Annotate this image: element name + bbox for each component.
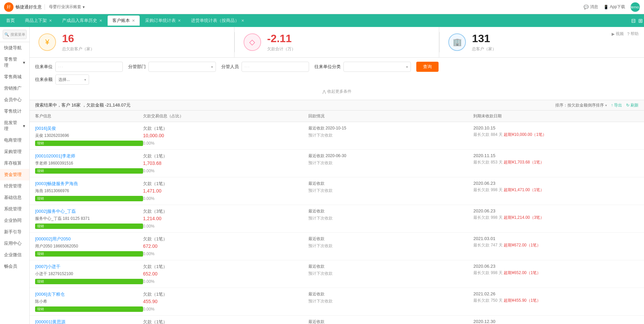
- filter-dept-select[interactable]: ▾: [148, 62, 216, 72]
- search-button[interactable]: 查询: [416, 62, 439, 72]
- due-overdue-link-1[interactable]: 超期¥1,703.68（1笔）: [504, 160, 544, 165]
- sidebar-item-inventory-accounting[interactable]: 库存核算: [0, 157, 29, 169]
- customer-tag-3: 现销: [35, 224, 143, 229]
- due-overdue-link-2[interactable]: 超期¥1,471.00（1笔）: [504, 187, 544, 192]
- debt-amount-5[interactable]: 652.00: [143, 271, 308, 276]
- tabs-maximize-icon[interactable]: ⊞: [638, 18, 643, 24]
- table-body: [0016]吴俊 吴俊 13026203696 现销 欠款（1笔） 10,000…: [30, 122, 644, 324]
- customer-meta-5: 小迸干 18279152100: [35, 271, 143, 277]
- tab-customer-account[interactable]: 客户账本 ✕: [108, 16, 140, 26]
- sort-select[interactable]: 排序：按欠款金额倒序排序 ▾: [555, 102, 607, 108]
- app-download-btn[interactable]: 📱 App下载: [604, 4, 625, 10]
- help-icon: ?: [627, 32, 629, 36]
- collection-info-0: 最近收款 2020-10-15 预计下次收款: [308, 125, 474, 138]
- debt-amount-0[interactable]: 10,000.00: [143, 133, 308, 138]
- sidebar-item-basic-info[interactable]: 基础信息: [0, 192, 29, 203]
- user-avatar[interactable]: demo2: [631, 2, 640, 12]
- video-label: 视频: [616, 31, 624, 37]
- sidebar-search-btn[interactable]: 🔍 搜索菜单: [3, 30, 27, 39]
- sidebar-item-nav[interactable]: 快捷导航: [0, 42, 29, 54]
- logo-area: 好 畅捷通好生意: [4, 2, 42, 12]
- collection-info-3: 最近收款 预计下次收款: [308, 208, 474, 221]
- customer-name-0[interactable]: [0016]吴俊: [35, 125, 143, 131]
- filter-balance-select[interactable]: 选择... ▾: [55, 75, 89, 85]
- company-selector[interactable]: 母婴行业演示账套 ▾: [45, 4, 85, 10]
- due-overdue-link-6[interactable]: 超期¥455.90（1笔）: [504, 298, 541, 303]
- due-date-1: 2020.11.15: [473, 153, 639, 158]
- customer-name-2[interactable]: [0003]畅捷服务尹海燕: [35, 181, 143, 187]
- stat-card-actions: ▶ 视频 ? 帮助: [612, 31, 639, 37]
- sidebar-item-retail-mgmt[interactable]: 零售管理 ▾: [0, 54, 29, 71]
- tab-customer-account-close-icon[interactable]: ✕: [132, 19, 135, 23]
- tab-purchase-order-close-icon[interactable]: ✕: [178, 19, 181, 23]
- tab-home[interactable]: 首页: [1, 16, 20, 26]
- refresh-btn[interactable]: ↻ 刷新: [626, 102, 639, 108]
- help-action-btn[interactable]: ? 帮助: [627, 31, 639, 37]
- customer-name-7[interactable]: [000001]黄思源: [35, 319, 143, 324]
- debt-amount-1[interactable]: 1,703.68: [143, 160, 308, 166]
- filter-unit-category-chevron-icon: ▾: [406, 65, 408, 69]
- export-btn[interactable]: ↑ 导出: [611, 102, 622, 108]
- customer-name-5[interactable]: [0007]小迸干: [35, 264, 143, 270]
- sidebar-item-enterprise-collab[interactable]: 企业协同: [0, 215, 29, 226]
- stat-info-debt-total: -2.11 欠款合计（万）: [267, 32, 296, 52]
- collection-date-1: 最近收款 2020-06-30: [308, 153, 474, 159]
- sidebar-item-enterprise-wechat[interactable]: 企业微信: [0, 249, 29, 261]
- message-btn[interactable]: 💬 消息: [584, 4, 598, 10]
- filter-unit-category-select[interactable]: ▾: [343, 62, 411, 72]
- debt-amount-2[interactable]: 1,471.00: [143, 188, 308, 194]
- sidebar-finance-mgmt-label: 资金管理: [4, 172, 22, 178]
- sidebar-item-retail-mall[interactable]: 零售商城: [0, 71, 29, 83]
- tab-inventory-stats[interactable]: 进货单统计表（按商品） ✕: [186, 16, 249, 26]
- stat-number-total-customers: 131: [472, 32, 496, 45]
- sidebar-retail-mgmt-arrow-icon: ▾: [23, 60, 25, 65]
- due-overdue-5: 最长欠款 998 天 超期¥652.00（1笔）: [473, 270, 639, 276]
- sidebar-item-retail-stats[interactable]: 零售统计: [0, 106, 29, 117]
- due-overdue-link-5[interactable]: 超期¥652.00（1笔）: [504, 270, 541, 275]
- video-action-btn[interactable]: ▶ 视频: [612, 31, 624, 37]
- collection-date-5: 最近收款: [308, 264, 474, 269]
- sidebar-item-system-mgmt[interactable]: 系统管理: [0, 203, 29, 215]
- tab-inventory-stats-close-icon[interactable]: ✕: [241, 19, 244, 23]
- customer-name-6[interactable]: [0006]去下粮仓: [35, 291, 143, 297]
- due-overdue-link-4[interactable]: 超期¥672.00（1笔）: [504, 243, 541, 247]
- building-icon-circle: 🏢: [448, 33, 466, 51]
- customer-tag-4: 现销: [35, 251, 143, 257]
- due-overdue-link-0[interactable]: 超期¥10,000.00（1笔）: [504, 132, 547, 137]
- debt-amount-6[interactable]: 455.90: [143, 299, 308, 304]
- tabs-minimize-icon[interactable]: ⊟: [631, 18, 636, 24]
- tab-production-history-close-icon[interactable]: ✕: [99, 19, 102, 23]
- collection-info-1: 最近收款 2020-06-30 预计下次收款: [308, 153, 474, 166]
- due-overdue-6: 最长欠款 750 天 超期¥455.90（1笔）: [473, 298, 639, 303]
- collection-next-5: 预计下次收款: [308, 271, 474, 276]
- customer-name-3[interactable]: [0002]服务中心_丁磊: [35, 208, 143, 214]
- sidebar-item-finance-mgmt[interactable]: 资金管理: [0, 169, 29, 180]
- filter-collapse-btn[interactable]: ⋀ 收起更多条件: [35, 87, 639, 96]
- sidebar-item-marketing[interactable]: 营销推广: [0, 83, 29, 94]
- debt-amount-3[interactable]: 1,214.00: [143, 216, 308, 221]
- sidebar-item-member-plus[interactable]: 畅会员: [0, 261, 29, 272]
- filter-source-unit-input[interactable]: ···: [55, 62, 123, 72]
- filter-manager-input[interactable]: ···: [242, 62, 309, 72]
- due-date-4: 2021.03.01: [473, 236, 639, 241]
- sidebar-item-member-center[interactable]: 会员中心: [0, 94, 29, 106]
- sidebar-item-ecommerce[interactable]: 电商管理: [0, 135, 29, 146]
- customer-meta-3: 服务中心_丁磊 181 0125 8371: [35, 216, 143, 222]
- debt-amount-4[interactable]: 672.00: [143, 243, 308, 249]
- sidebar-item-wholesale-mgmt[interactable]: 批发管理 ▾: [0, 117, 29, 135]
- message-label: 消息: [590, 4, 598, 10]
- sidebar-item-app-center[interactable]: 应用中心: [0, 238, 29, 249]
- tab-home-label: 首页: [6, 18, 15, 24]
- due-overdue-link-3[interactable]: 超期¥1,214.00（3笔）: [504, 215, 544, 220]
- tab-purchase-order[interactable]: 采购订单统计表 ✕: [140, 16, 186, 26]
- sidebar-item-operations-mgmt[interactable]: 经营管理: [0, 180, 29, 192]
- tab-production-history[interactable]: 产成品入库单历史 ✕: [57, 16, 107, 26]
- sidebar-marketing-label: 营销推广: [4, 85, 22, 91]
- sidebar-item-purchase-mgmt[interactable]: 采购管理: [0, 146, 29, 157]
- sidebar-item-newbie-guide[interactable]: 新手引导: [0, 226, 29, 238]
- tab-product-offline-close-icon[interactable]: ✕: [49, 19, 52, 23]
- debt-info-3: 欠款（3笔） 1,214.00 0.00%: [143, 208, 308, 229]
- customer-name-1[interactable]: [0001020001]李老师: [35, 153, 143, 159]
- customer-name-4[interactable]: [000002]用户2050: [35, 236, 143, 242]
- tab-product-offline[interactable]: 商品上下架 ✕: [20, 16, 57, 26]
